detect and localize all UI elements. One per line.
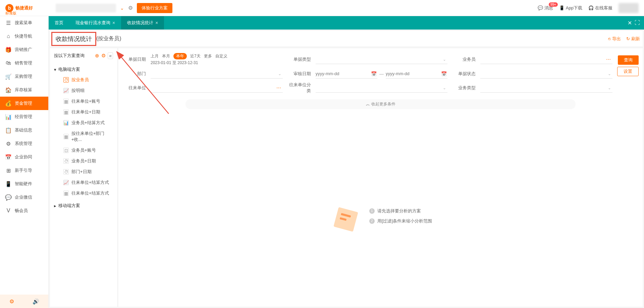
chevron-down-icon[interactable]: ⌄ bbox=[120, 5, 124, 11]
download-link[interactable]: 📱 App下载 bbox=[559, 5, 582, 11]
nav-label: 快捷导航 bbox=[15, 33, 32, 39]
nav-item-13[interactable]: 💬企业微信 bbox=[0, 191, 48, 204]
nav-item-2[interactable]: 🎁营销推广 bbox=[0, 43, 48, 56]
collapse-panel-icon[interactable]: « bbox=[108, 52, 113, 59]
settings-button[interactable]: 设置 bbox=[617, 67, 639, 76]
nav-item-7[interactable]: 📊经营管理 bbox=[0, 110, 48, 123]
close-icon[interactable]: × bbox=[112, 20, 115, 25]
scheme-item-label: 往来单位+结算方式 bbox=[71, 179, 109, 186]
date-shortcut[interactable]: 本年 bbox=[173, 53, 187, 59]
salesman-select[interactable]: ⋯ bbox=[480, 55, 612, 64]
tab-2[interactable]: 收款情况统计× bbox=[121, 16, 164, 30]
scheme-item-8[interactable]: ⏱部门+日期 bbox=[54, 166, 117, 177]
message-link[interactable]: 💬 消息 99+ bbox=[538, 5, 553, 11]
left-nav: ☰搜索菜单⌂快捷导航🎁营销推广🛍销售管理🛒采购管理🏠库存核算💰资金管理📊经营管理… bbox=[0, 16, 49, 308]
nav-icon: ⚙ bbox=[5, 141, 11, 147]
refresh-icon: ↻ bbox=[626, 36, 630, 41]
chevron-down-icon: ⌄ bbox=[608, 71, 611, 76]
nav-footer: ⚙ 🔊 bbox=[0, 295, 48, 308]
date-shortcut[interactable]: 上月 bbox=[151, 53, 159, 59]
caret-icon: ▸ bbox=[54, 203, 56, 208]
add-scheme-icon[interactable]: ⊕ bbox=[95, 53, 99, 59]
scheme-item-1[interactable]: 📈按明细 bbox=[54, 85, 117, 96]
scheme-group-title[interactable]: ▸移动端方案 bbox=[54, 201, 117, 211]
date-shortcut[interactable]: 自定义 bbox=[215, 53, 227, 59]
unit-select[interactable]: ⋯ bbox=[151, 83, 283, 93]
support-link[interactable]: 🎧 在线客服 bbox=[588, 5, 612, 11]
close-all-tabs-icon[interactable]: ✕ bbox=[628, 20, 632, 26]
scheme-group-title[interactable]: ▾电脑端方案 bbox=[54, 64, 117, 74]
dept-select[interactable]: ⌄ bbox=[151, 69, 283, 79]
unit-cat-label: 往来单位分类 bbox=[287, 82, 311, 94]
nav-label: 新手引导 bbox=[15, 167, 32, 173]
scheme-item-6[interactable]: ⊡业务员+账号 bbox=[54, 145, 117, 156]
dept-label: 部门 bbox=[122, 71, 146, 77]
date-shortcut[interactable]: 近7天 bbox=[190, 53, 201, 59]
doc-type-label: 单据类型 bbox=[287, 56, 311, 62]
message-badge: 99+ bbox=[549, 2, 558, 7]
date-shortcut[interactable]: 更多 bbox=[204, 53, 212, 59]
org-selector-blur[interactable] bbox=[56, 4, 116, 12]
nav-item-9[interactable]: ⚙系统管理 bbox=[0, 137, 48, 150]
refresh-button[interactable]: ↻ 刷新 bbox=[626, 36, 640, 42]
user-avatar[interactable] bbox=[619, 3, 639, 13]
status-label: 单据状态 bbox=[452, 71, 476, 77]
nav-label: 经营管理 bbox=[15, 114, 32, 120]
scheme-item-9[interactable]: 📈往来单位+结算方式 bbox=[54, 177, 117, 188]
scheme-item-icon: 📈 bbox=[63, 180, 69, 185]
trial-button[interactable]: 体验行业方案 bbox=[137, 3, 172, 13]
export-button[interactable]: ⎋ 导出 bbox=[608, 36, 621, 42]
nav-icon: 🛒 bbox=[5, 73, 11, 80]
nav-label: 企业微信 bbox=[15, 194, 32, 200]
search-button[interactable]: 查询 bbox=[618, 55, 639, 65]
nav-item-12[interactable]: 📱智能硬件 bbox=[0, 177, 48, 191]
tab-1[interactable]: 现金银行流水查询× bbox=[69, 16, 121, 30]
gear-icon[interactable]: ⚙ bbox=[128, 5, 133, 11]
edition-label: 标准版 bbox=[5, 11, 16, 16]
unit-cat-select[interactable]: ⌄ bbox=[316, 83, 448, 93]
nav-item-10[interactable]: 📅企业协同 bbox=[0, 150, 48, 164]
collapse-filters-button[interactable]: ︽ 收起更多条件 bbox=[185, 99, 576, 109]
status-select[interactable]: ⌄ bbox=[480, 69, 612, 79]
empty-illustration bbox=[329, 199, 363, 233]
chevron-down-icon: ⌄ bbox=[443, 86, 446, 90]
nav-item-5[interactable]: 🏠库存核算 bbox=[0, 83, 48, 97]
nav-item-1[interactable]: ⌂快捷导航 bbox=[0, 30, 48, 43]
nav-label: 智能硬件 bbox=[15, 181, 32, 187]
footer-sound-icon[interactable]: 🔊 bbox=[33, 298, 39, 305]
scheme-item-icon: ▦ bbox=[63, 99, 69, 104]
nav-item-4[interactable]: 🛒采购管理 bbox=[0, 70, 48, 83]
main-layout: ☰搜索菜单⌂快捷导航🎁营销推广🛍销售管理🛒采购管理🏠库存核算💰资金管理📊经营管理… bbox=[0, 16, 644, 308]
nav-item-6[interactable]: 💰资金管理 bbox=[0, 97, 48, 110]
scheme-item-3[interactable]: ▦往来单位+日期 bbox=[54, 107, 117, 117]
audit-date-label: 审核日期 bbox=[287, 71, 311, 77]
close-icon[interactable]: × bbox=[155, 20, 158, 25]
nav-icon: ☰ bbox=[5, 20, 11, 26]
scheme-item-0[interactable]: ⏱按业务员 bbox=[54, 74, 117, 85]
date-shortcut[interactable]: 本月 bbox=[162, 53, 170, 59]
content-area: 首页现金银行流水查询×收款情况统计× ✕ ⛶ 收款情况统计 (按业务员) ⎋ 导… bbox=[49, 16, 644, 308]
nav-item-0[interactable]: ☰搜索菜单 bbox=[0, 16, 48, 30]
footer-gear-icon[interactable]: ⚙ bbox=[9, 298, 14, 305]
scheme-item-label: 业务员+结算方式 bbox=[71, 120, 105, 126]
audit-date-from[interactable]: 📅 bbox=[316, 69, 377, 79]
export-icon: ⎋ bbox=[608, 36, 611, 41]
page-title-highlight-box: 收款情况统计 bbox=[51, 32, 96, 46]
scheme-item-2[interactable]: ▦往来单位+账号 bbox=[54, 96, 117, 107]
nav-item-8[interactable]: 📋基础信息 bbox=[0, 123, 48, 137]
audit-date-to[interactable]: 📅 bbox=[386, 69, 447, 79]
empty-steps: 1 请先选择要分析的方案 2 用[过滤]条件来缩小分析范围 bbox=[369, 208, 432, 224]
scheme-item-7[interactable]: ⏱业务员+日期 bbox=[54, 156, 117, 166]
nav-item-14[interactable]: V畅会员 bbox=[0, 204, 48, 217]
scheme-item-5[interactable]: ▦按往来单位+部门+收... bbox=[54, 128, 117, 145]
scheme-settings-icon[interactable]: ⚙ bbox=[101, 53, 106, 59]
nav-item-11[interactable]: ⊞新手引导 bbox=[0, 164, 48, 177]
nav-item-3[interactable]: 🛍销售管理 bbox=[0, 56, 48, 70]
scheme-item-label: 往来单位+结算方式 bbox=[71, 190, 109, 196]
doc-type-select[interactable]: ⌄ bbox=[316, 55, 448, 64]
scheme-item-4[interactable]: 📊业务员+结算方式 bbox=[54, 117, 117, 128]
biz-type-select[interactable]: ⌄ bbox=[480, 83, 612, 93]
tab-0[interactable]: 首页 bbox=[49, 16, 69, 30]
scheme-item-10[interactable]: ▦往来单位+结算方式 bbox=[54, 188, 117, 199]
fullscreen-icon[interactable]: ⛶ bbox=[635, 20, 640, 26]
